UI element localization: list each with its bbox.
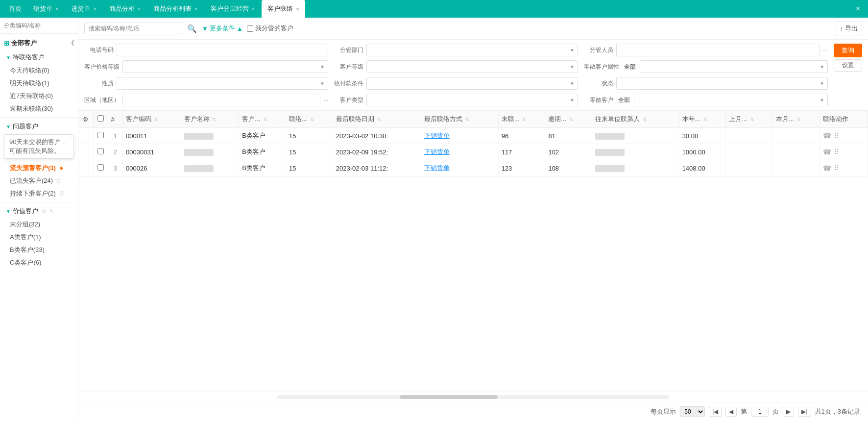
nav-tab-customer-tier[interactable]: 客户分层经营 × [205, 0, 261, 18]
row3-last-method-link[interactable]: 下销货单 [424, 164, 450, 172]
col-this-year[interactable]: 本年... ⇅ [679, 111, 726, 128]
nav-tab-analysis[interactable]: 商品分析 × [103, 0, 146, 18]
col-uncontacted[interactable]: 未联... ⇅ [498, 111, 545, 128]
sidebar-group-pending[interactable]: ▼ 待联络客户 [0, 50, 78, 64]
export-button[interactable]: ↑ 导出 [836, 22, 863, 35]
row1-more-icon[interactable]: ⠿ [834, 132, 839, 140]
row2-contact-icon[interactable]: ☎ [823, 148, 831, 156]
my-customers-checkbox-label[interactable]: 我分管的客户 [247, 24, 293, 33]
nav-tab-sales[interactable]: 销货单 × [27, 0, 64, 18]
nav-home[interactable]: 首页 [4, 4, 26, 13]
close-customer-link-tab[interactable]: × [296, 6, 299, 12]
nav-tab-purchase[interactable]: 进货单 × [65, 0, 102, 18]
dept-select[interactable]: ▼ [366, 44, 578, 56]
zero-customer-select[interactable]: ▼ [634, 94, 828, 106]
status-select[interactable]: ▼ [616, 77, 828, 90]
col-last-method[interactable]: 最后联络方式 ⇅ [421, 111, 498, 128]
grid-icon: ⊞ [4, 40, 9, 47]
col-settings[interactable]: ⚙ [78, 111, 93, 128]
sidebar-item-today[interactable]: 今天待联络(0) [0, 64, 78, 77]
sidebar-search-input[interactable] [4, 22, 77, 29]
manager-input[interactable] [616, 44, 820, 56]
nav-tab-analysis-list[interactable]: 商品分析列表 × [147, 0, 203, 18]
row2-last-method-link[interactable]: 下销货单 [424, 148, 450, 155]
row1-checkbox[interactable] [97, 132, 104, 138]
row1-last-method[interactable]: 下销货单 [421, 128, 498, 144]
close-customer-tier-tab[interactable]: × [252, 6, 255, 12]
row1-last-method-link[interactable]: 下销货单 [424, 132, 450, 139]
more-conditions-btn[interactable]: ▼ 更多条件 ▲ [202, 24, 243, 33]
sidebar-item-7days[interactable]: 近7天待联络(0) [0, 90, 78, 102]
row2-last-method[interactable]: 下销货单 [421, 144, 498, 160]
sidebar-item-class-a[interactable]: A类客户(1) [0, 231, 78, 244]
row3-checkbox-cell[interactable] [93, 160, 108, 176]
row2-name [181, 144, 239, 160]
nav-tab-customer-link[interactable]: 客户联络 × [262, 0, 305, 18]
prev-page-btn[interactable]: ◀ [725, 407, 737, 417]
per-page-select[interactable]: 50 100 200 [680, 406, 705, 417]
col-name[interactable]: 客户名称 ⇅ [181, 111, 239, 128]
sidebar-item-churned[interactable]: 已流失客户(24) ⓘ [0, 174, 78, 187]
scroll-track[interactable] [277, 395, 669, 399]
close-purchase-tab[interactable]: × [93, 6, 96, 12]
row2-checkbox[interactable] [97, 148, 104, 154]
sidebar-group-problem[interactable]: ▼ 问题客户 [0, 120, 78, 133]
scroll-thumb[interactable] [400, 395, 498, 399]
payment-select[interactable]: ▼ [366, 77, 578, 90]
row3-contact-icon[interactable]: ☎ [823, 164, 831, 172]
close-sales-tab[interactable]: × [55, 6, 58, 12]
region-ellipsis-btn[interactable]: ··· [323, 97, 328, 103]
row2-more-icon[interactable]: ⠿ [834, 148, 839, 156]
row3-checkbox[interactable] [97, 164, 104, 171]
sidebar-item-class-c[interactable]: C类客户(6) [0, 256, 78, 269]
filter-search-button[interactable]: 🔍 [186, 24, 198, 33]
col-checkbox[interactable] [93, 111, 108, 128]
nature-select[interactable]: ▼ [117, 77, 328, 90]
filter-search-input[interactable] [84, 23, 182, 34]
row1-contact-icon[interactable]: ☎ [823, 132, 831, 140]
col-unit-contact[interactable]: 往来单位联系人 ⇅ [592, 111, 679, 128]
col-code[interactable]: 客户编码 ⇅ [123, 111, 181, 128]
col-last-month[interactable]: 上月... ⇅ [726, 111, 773, 128]
col-last-date[interactable]: 最后联络日期 ⇅ [333, 111, 421, 128]
customer-grade-select[interactable]: ▼ [366, 60, 578, 73]
col-contact[interactable]: 联络... ⇅ [286, 111, 333, 128]
sidebar-group-value[interactable]: ▼ 价值客户 ↺ ✎ [0, 204, 78, 218]
first-page-btn[interactable]: |◀ [709, 407, 722, 417]
manager-ellipsis-btn[interactable]: ··· [823, 47, 828, 53]
col-this-month[interactable]: 本月... ⇅ [773, 111, 820, 128]
sidebar-all-customers[interactable]: ⊞ 全部客户 《 [0, 36, 78, 50]
row1-this-month [773, 128, 820, 144]
page-num-input[interactable] [751, 407, 769, 417]
col-overdue[interactable]: 逾期... ⇅ [545, 111, 592, 128]
phone-input[interactable] [117, 44, 328, 56]
my-customers-checkbox[interactable] [247, 25, 253, 32]
query-button[interactable]: 查询 [834, 44, 862, 57]
last-page-btn[interactable]: ▶| [798, 407, 811, 417]
sidebar-item-tomorrow[interactable]: 明天待联络(1) [0, 77, 78, 90]
select-all-checkbox[interactable] [97, 115, 104, 122]
row1-overdue: 81 [545, 128, 592, 144]
sidebar-item-overdue[interactable]: 逾期未联络(30) [0, 102, 78, 115]
horizontal-scrollbar[interactable] [78, 392, 868, 402]
row2-checkbox-cell[interactable] [93, 144, 108, 160]
close-all-btn[interactable]: × [852, 4, 864, 13]
sidebar-collapse-btn[interactable]: 《 [68, 39, 74, 48]
row3-more-icon[interactable]: ⠿ [834, 164, 839, 172]
filter-settings-button[interactable]: 设置 [834, 59, 862, 72]
col-type[interactable]: 客户... ⇅ [239, 111, 286, 128]
row3-last-method[interactable]: 下销货单 [421, 160, 498, 176]
sidebar-item-ungrouped[interactable]: 未分组(32) [0, 218, 78, 231]
sidebar-item-class-b[interactable]: B类客户(33) [0, 244, 78, 256]
sidebar-item-churn-warning[interactable]: 流失预警客户(3) ● [0, 162, 78, 174]
row1-checkbox-cell[interactable] [93, 128, 108, 144]
region-input[interactable] [122, 94, 320, 106]
price-grade-select[interactable]: ▼ [122, 60, 328, 73]
close-analysis-list-tab[interactable]: × [194, 6, 197, 12]
customer-type-select[interactable]: ▼ [366, 94, 578, 106]
next-page-btn[interactable]: ▶ [783, 407, 794, 417]
zero-attr-select[interactable]: ▼ [640, 60, 828, 73]
close-analysis-tab[interactable]: × [138, 6, 141, 12]
filter-payment: 收付款条件 ▼ [334, 77, 578, 90]
sidebar-item-declining[interactable]: 持续下滑客户(2) ⓘ [0, 187, 78, 200]
